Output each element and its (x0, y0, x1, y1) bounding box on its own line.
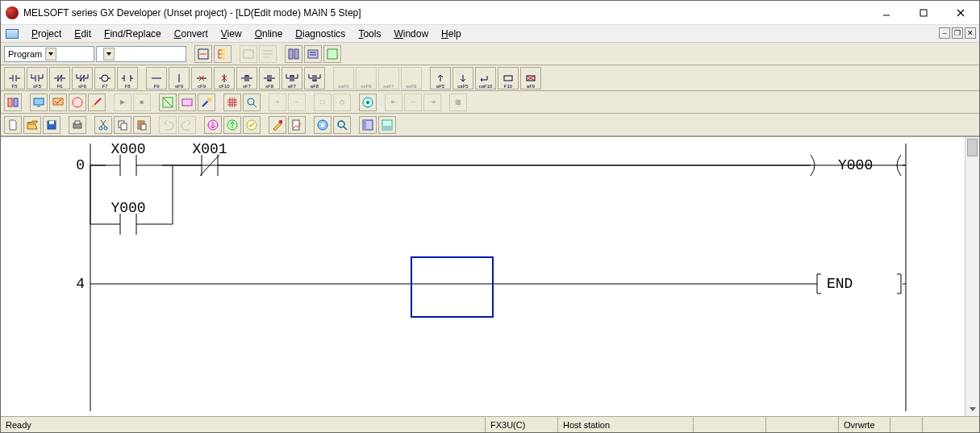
menu-tools[interactable]: Tools (352, 27, 387, 41)
svg-rect-1 (920, 10, 927, 16)
monitor-start-button[interactable] (30, 94, 48, 111)
program-type-combo[interactable]: Program (4, 46, 94, 62)
ld-pulse-falling-or-button[interactable]: aF8 (304, 67, 325, 90)
output-window-button[interactable] (378, 116, 396, 134)
ld-hline-button[interactable]: F9 (146, 67, 167, 90)
project-window-button[interactable] (359, 116, 377, 134)
menu-project[interactable]: Project (25, 27, 68, 41)
ld-line-delete-button[interactable]: aF9 (520, 67, 541, 90)
remote-run-button[interactable]: ▶ (114, 94, 131, 111)
menu-online[interactable]: Online (248, 27, 290, 41)
svg-rect-41 (279, 120, 282, 123)
menu-find-replace[interactable]: Find/Replace (98, 27, 168, 41)
ld-pulse-rising-or-button[interactable]: aF7 (281, 67, 302, 90)
chevron-down-icon (103, 48, 115, 60)
menu-edit[interactable]: Edit (68, 27, 98, 41)
align-center-button[interactable]: ↔ (404, 94, 422, 111)
monitor-write-button[interactable] (49, 94, 67, 111)
rung0-step: 0 (76, 157, 85, 173)
maximize-button[interactable] (905, 1, 942, 25)
mdi-restore-button[interactable]: ❐ (952, 27, 963, 39)
format-button[interactable] (269, 116, 286, 134)
grid-display-button[interactable] (223, 94, 241, 111)
save-button[interactable] (43, 116, 60, 134)
new-button[interactable] (4, 116, 22, 134)
parameter-button[interactable] (285, 45, 302, 63)
zoom-out-button[interactable]: − (288, 94, 306, 111)
ld-closed-contact-button[interactable]: F6 (49, 67, 70, 90)
open-button[interactable] (23, 116, 41, 134)
ld-line-up-button[interactable]: aF5 (430, 67, 451, 90)
convert-button[interactable] (4, 94, 22, 111)
ld-coil-button[interactable]: F7 (94, 67, 115, 90)
scroll-down-arrow-icon[interactable] (965, 402, 979, 416)
mdi-close-button[interactable]: ✕ (965, 27, 976, 39)
sfc-step-button[interactable]: ◇ (333, 94, 351, 111)
ld-vline-delete-button[interactable]: cF10 (214, 67, 235, 90)
write-to-plc-button[interactable] (223, 116, 241, 134)
read-from-plc-button[interactable] (204, 116, 222, 134)
cut-button[interactable] (94, 116, 112, 134)
zoom-in-button[interactable]: + (269, 94, 286, 111)
align-left-button[interactable]: ⇤ (385, 94, 402, 111)
device-memory-button[interactable] (323, 45, 341, 63)
ld-pulse-rising-button[interactable]: sF7 (236, 67, 257, 90)
cross-reference-button[interactable] (359, 94, 377, 111)
ld-line-draw-button[interactable]: F10 (498, 67, 519, 90)
register-device-button[interactable] (194, 45, 212, 63)
ld-application-instr-button[interactable]: F8 (117, 67, 138, 90)
ld-invert-button[interactable]: saF5 (333, 67, 354, 90)
network-param-button[interactable] (304, 45, 322, 63)
ld-line-down-button[interactable]: caF5 (452, 67, 473, 90)
svg-rect-24 (207, 98, 211, 102)
menu-help[interactable]: Help (435, 27, 468, 41)
print-button[interactable] (69, 116, 86, 134)
paste-button[interactable] (133, 116, 151, 134)
monitor-stop-button[interactable] (69, 94, 86, 111)
status-empty4 (923, 417, 979, 432)
ld-open-contact-or-button[interactable]: sF5 (27, 67, 48, 90)
menu-convert[interactable]: Convert (168, 27, 215, 41)
svg-rect-5 (222, 48, 225, 52)
device-combo[interactable] (96, 46, 186, 62)
device-batch-button[interactable] (178, 94, 196, 111)
comment-edit-button[interactable] (240, 45, 257, 63)
ld-pulse-falling-button[interactable]: sF8 (259, 67, 280, 90)
ld-vline-button[interactable]: sF9 (169, 67, 190, 90)
mdi-minimize-button[interactable]: – (939, 27, 950, 39)
verify-plc-button[interactable] (243, 116, 261, 134)
svg-rect-35 (121, 123, 127, 130)
menu-diagnostics[interactable]: Diagnostics (289, 27, 352, 41)
tree-view-button[interactable] (214, 45, 231, 63)
transfer-setup-button[interactable] (314, 116, 332, 134)
ld-line-return-button[interactable]: caF10 (475, 67, 496, 90)
buffer-memory-button[interactable] (198, 94, 215, 111)
entry-ladder-mon-button[interactable] (159, 94, 177, 111)
close-button[interactable] (942, 1, 979, 25)
ld-hline-delete-button[interactable]: cF9 (191, 67, 212, 90)
ld-set-button[interactable]: saF8 (401, 67, 422, 90)
sfc-block-button[interactable]: □ (314, 94, 332, 111)
sfc-display-button[interactable]: ▦ (449, 94, 467, 111)
ld-closed-contact-or-button[interactable]: sF6 (72, 67, 93, 90)
check-program-button[interactable] (288, 116, 306, 134)
statement-edit-button[interactable] (259, 45, 277, 63)
copy-button[interactable] (114, 116, 131, 134)
scroll-thumb[interactable] (967, 139, 978, 156)
device-test-button[interactable] (88, 94, 106, 111)
undo-button[interactable] (159, 116, 177, 134)
ladder-editor[interactable]: 0 X000 X001 Y000 (1, 137, 965, 416)
minimize-button[interactable] (868, 1, 905, 25)
ld-rising-diff-button[interactable]: saF6 (356, 67, 377, 90)
diagnostics-button[interactable] (333, 116, 351, 134)
vertical-scrollbar[interactable] (965, 137, 979, 416)
redo-button[interactable] (178, 116, 196, 134)
menu-window[interactable]: Window (387, 27, 435, 41)
find-device-button[interactable] (243, 94, 261, 111)
remote-stop-button[interactable]: ■ (133, 94, 151, 111)
svg-rect-47 (363, 120, 366, 130)
ld-falling-diff-button[interactable]: saF7 (378, 67, 399, 90)
menu-view[interactable]: View (215, 27, 248, 41)
ld-open-contact-button[interactable]: F5 (4, 67, 25, 90)
align-right-button[interactable]: ⇥ (423, 94, 441, 111)
